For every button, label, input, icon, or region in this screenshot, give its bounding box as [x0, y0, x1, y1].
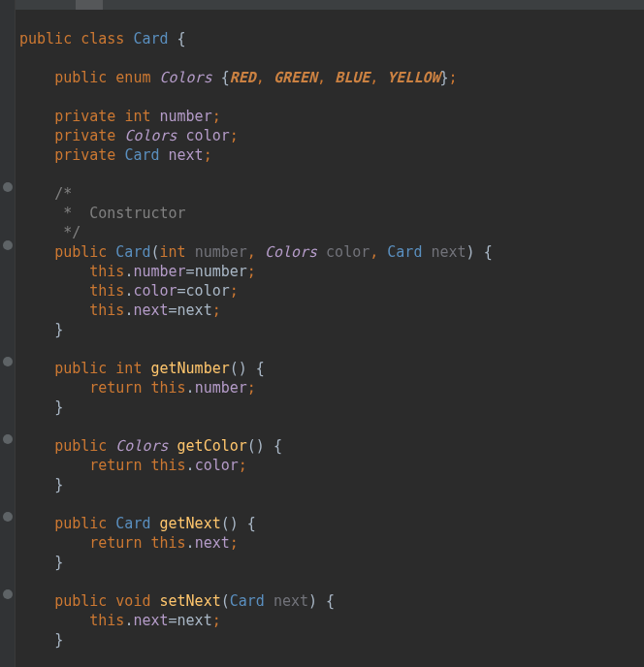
code-line: } — [19, 630, 644, 650]
code-line — [19, 572, 644, 591]
code-line: } — [19, 553, 644, 572]
code-line: public Card(int number, Colors color, Ca… — [19, 242, 644, 262]
code-line: * Constructor — [19, 204, 644, 223]
code-line: */ — [19, 223, 644, 242]
fold-toggle-icon[interactable] — [3, 240, 13, 250]
code-line: public Card getNext() { — [19, 514, 644, 533]
fold-toggle-icon[interactable] — [3, 357, 13, 366]
code-line: public Colors getColor() { — [19, 436, 644, 456]
fold-toggle-icon[interactable] — [3, 182, 13, 192]
code-line: public enum Colors {RED, GREEN, BLUE, YE… — [19, 68, 644, 87]
code-line: public class Card { — [19, 29, 644, 48]
fold-toggle-icon[interactable] — [3, 434, 13, 444]
code-line: this.next=next; — [19, 611, 644, 630]
code-line: this.color=color; — [19, 281, 644, 301]
code-line — [19, 494, 644, 514]
code-line: private int number; — [19, 107, 644, 126]
code-line: this.next=next; — [19, 301, 644, 320]
code-line: return this.color; — [19, 456, 644, 475]
code-line: private Card next; — [19, 145, 644, 165]
code-line: public void setNext(Card next) { — [19, 591, 644, 611]
code-line: return this.number; — [19, 378, 644, 397]
top-ruler — [16, 0, 644, 10]
code-editor[interactable]: public class Card { public enum Colors {… — [16, 10, 644, 667]
code-line: return this.next; — [19, 533, 644, 553]
code-line — [19, 165, 644, 184]
top-ruler-marker — [76, 0, 103, 10]
fold-toggle-icon[interactable] — [3, 589, 13, 599]
code-line: private Colors color; — [19, 126, 644, 145]
code-line: } — [19, 475, 644, 494]
code-line: } — [19, 397, 644, 417]
code-line — [19, 87, 644, 107]
code-line — [19, 48, 644, 68]
editor-gutter — [0, 0, 16, 667]
code-line: this.number=number; — [19, 262, 644, 281]
code-line: public int getNumber() { — [19, 359, 644, 378]
code-line — [19, 339, 644, 359]
fold-toggle-icon[interactable] — [3, 512, 13, 522]
code-line — [19, 417, 644, 436]
code-line: } — [19, 320, 644, 339]
code-line: /* — [19, 184, 644, 204]
